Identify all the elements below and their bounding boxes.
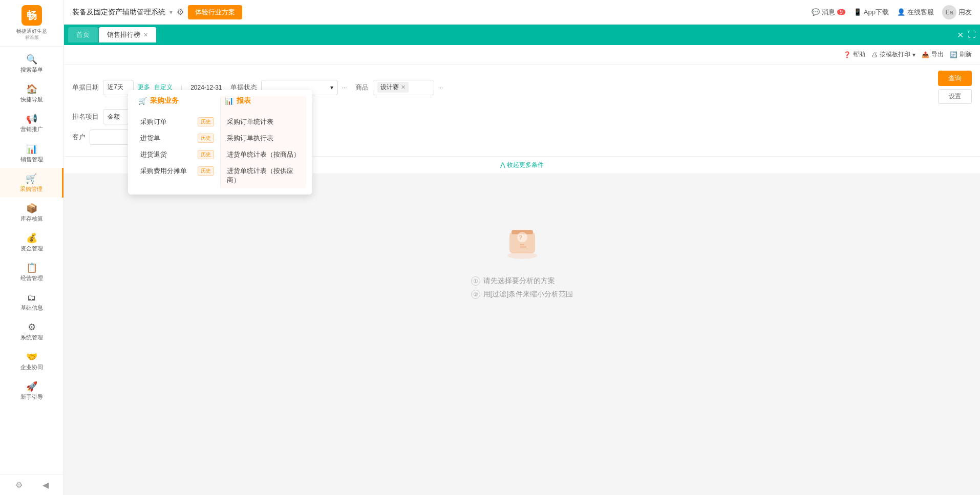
industry-btn[interactable]: 体验行业方案 bbox=[188, 5, 242, 19]
goods-tag-close[interactable]: ✕ bbox=[401, 84, 406, 91]
top-header: 装备及固定资产辅助管理系统 ▾ ⚙ 体验行业方案 💬 消息 9 📱 App下载 … bbox=[64, 0, 980, 25]
export-label: 导出 bbox=[931, 50, 944, 59]
sidebar-item-marketing[interactable]: 📢 营销推广 bbox=[0, 108, 63, 138]
system-name: 装备及固定资产辅助管理系统 bbox=[72, 8, 165, 17]
sidebar-item-system[interactable]: ⚙ 系统管理 bbox=[0, 316, 63, 346]
toolbar: ❓ 帮助 🖨 按模板打印 ▾ 📤 导出 🔄 刷新 bbox=[64, 45, 980, 64]
sidebar-item-sales[interactable]: 📊 销售管理 bbox=[0, 138, 63, 168]
home-icon: 🏠 bbox=[26, 83, 37, 95]
header-settings-btn[interactable]: ⚙ bbox=[177, 7, 184, 17]
basic-info-icon: 🗂 bbox=[27, 292, 36, 303]
sidebar-label-sales: 销售管理 bbox=[20, 156, 43, 163]
message-icon: 💬 bbox=[812, 8, 820, 16]
menu-item-returns[interactable]: 进货退货 历史 bbox=[138, 146, 216, 163]
message-badge: 9 bbox=[837, 9, 845, 15]
sidebar: 畅 畅捷通好生意 标准版 🔍 搜索菜单 🏠 快捷导航 📢 营销推广 📊 销售管理… bbox=[0, 0, 64, 495]
sidebar-nav: 🔍 搜索菜单 🏠 快捷导航 📢 营销推广 📊 销售管理 🛒 采购管理 📦 库存核… bbox=[0, 47, 63, 475]
logo-icon: 畅 bbox=[22, 5, 42, 26]
search-icon: 🔍 bbox=[26, 54, 37, 65]
user-btn[interactable]: Ea 用友 bbox=[942, 5, 972, 19]
collapse-label: 收起更多条件 bbox=[507, 161, 544, 168]
settings-bottom-btn[interactable]: ⚙ bbox=[15, 480, 23, 490]
refresh-icon: 🔄 bbox=[950, 51, 957, 58]
collapse-icon: ⋀ bbox=[500, 161, 505, 168]
sidebar-item-inventory[interactable]: 📦 库存核算 bbox=[0, 198, 63, 227]
tip-num-2: ② bbox=[471, 290, 480, 299]
refresh-label: 刷新 bbox=[960, 50, 972, 59]
report-menu-section: 📊 报表 采购订单统计表 采购订单执行表 进货单统计表（按商品） 进货单统计表（… bbox=[220, 96, 307, 188]
refresh-btn[interactable]: 🔄 刷新 bbox=[950, 50, 972, 59]
incoming-goods-label: 进货单统计表（按商品） bbox=[227, 150, 301, 159]
print-dropdown-icon[interactable]: ▾ bbox=[912, 51, 915, 58]
sidebar-item-finance[interactable]: 💰 资金管理 bbox=[0, 227, 63, 257]
message-btn[interactable]: 💬 消息 9 bbox=[812, 8, 845, 17]
sidebar-item-guide[interactable]: 🚀 新手引导 bbox=[0, 376, 63, 405]
sidebar-item-home[interactable]: 🏠 快捷导航 bbox=[0, 78, 63, 108]
sidebar-label-finance: 资金管理 bbox=[20, 245, 43, 252]
customer-label: 客户 bbox=[72, 133, 86, 142]
incoming-history[interactable]: 历史 bbox=[198, 134, 214, 143]
sidebar-label-inventory: 库存核算 bbox=[20, 216, 43, 222]
online-service-btn[interactable]: 👤 在线客服 bbox=[897, 8, 934, 17]
tab-bar-controls: ✕ ⛶ bbox=[957, 30, 976, 40]
sidebar-item-search[interactable]: 🔍 搜索菜单 bbox=[0, 49, 63, 78]
expense-history[interactable]: 历史 bbox=[198, 166, 214, 176]
incoming-label: 进货单 bbox=[140, 134, 198, 143]
print-label: 按模板打印 bbox=[880, 50, 910, 59]
purchase-menu-section: 🛒 采购业务 采购订单 历史 进货单 历史 进货退货 历史 bbox=[134, 96, 220, 188]
filter-goods: 商品 设计赛 ✕ ··· bbox=[355, 80, 443, 95]
report-section-label: 报表 bbox=[237, 96, 251, 105]
sidebar-item-collab[interactable]: 🤝 企业协同 bbox=[0, 346, 63, 376]
expense-label: 采购费用分摊单 bbox=[140, 166, 198, 176]
menu-item-incoming-by-supplier[interactable]: 进货单统计表（按供应商） bbox=[225, 163, 303, 188]
order-exec-label: 采购订单执行表 bbox=[227, 134, 301, 143]
tab-home[interactable]: 首页 bbox=[68, 27, 98, 42]
header-right: 💬 消息 9 📱 App下载 👤 在线客服 Ea 用友 bbox=[812, 5, 972, 19]
tab-close-btn[interactable]: ✕ bbox=[143, 32, 148, 38]
menu-item-incoming-by-goods[interactable]: 进货单统计表（按商品） bbox=[225, 146, 303, 163]
help-btn[interactable]: ❓ 帮助 bbox=[843, 50, 865, 59]
sales-icon: 📊 bbox=[26, 143, 37, 155]
help-icon: ❓ bbox=[843, 51, 851, 58]
goods-tag: 设计赛 ✕ bbox=[377, 82, 409, 93]
tab-close-window-btn[interactable]: ✕ bbox=[957, 30, 964, 40]
menu-item-expense[interactable]: 采购费用分摊单 历史 bbox=[138, 163, 216, 179]
status-more-btn[interactable]: ··· bbox=[342, 84, 347, 91]
sidebar-item-basic-info[interactable]: 🗂 基础信息 bbox=[0, 287, 63, 316]
logo-text: 畅捷通好生意 bbox=[16, 28, 47, 34]
tab-sales-ranking[interactable]: 销售排行榜 ✕ bbox=[99, 27, 156, 42]
print-btn[interactable]: 🖨 按模板打印 ▾ bbox=[871, 50, 915, 59]
menu-item-purchase-order[interactable]: 采购订单 历史 bbox=[138, 114, 216, 130]
tab-bar: 首页 销售排行榜 ✕ ✕ ⛶ bbox=[64, 25, 980, 45]
sidebar-item-purchase[interactable]: 🛒 采购管理 bbox=[0, 168, 63, 198]
menu-item-order-stats[interactable]: 采购订单统计表 bbox=[225, 114, 303, 130]
header-dropdown-btn[interactable]: ▾ bbox=[169, 9, 173, 16]
rank-label: 排名项目 bbox=[72, 112, 99, 121]
empty-tip-2: ② 用[过滤]条件来缩小分析范围 bbox=[471, 290, 573, 299]
menu-item-order-exec[interactable]: 采购订单执行表 bbox=[225, 130, 303, 146]
export-btn[interactable]: 📤 导出 bbox=[922, 50, 944, 59]
export-icon: 📤 bbox=[922, 51, 929, 58]
returns-history[interactable]: 历史 bbox=[198, 150, 214, 159]
online-service-label: 在线客服 bbox=[907, 8, 934, 17]
query-btn[interactable]: 查询 bbox=[938, 71, 972, 86]
returns-label: 进货退货 bbox=[140, 150, 198, 159]
app-download-btn[interactable]: 📱 App下载 bbox=[854, 8, 889, 17]
sidebar-label-management: 经营管理 bbox=[20, 275, 43, 282]
tip-num-1: ① bbox=[471, 276, 480, 286]
purchase-icon: 🛒 bbox=[26, 173, 37, 184]
incoming-supplier-label: 进货单统计表（按供应商） bbox=[227, 166, 301, 185]
collapse-sidebar-btn[interactable]: ◀ bbox=[42, 480, 49, 490]
tab-expand-btn[interactable]: ⛶ bbox=[968, 30, 976, 40]
menu-item-incoming[interactable]: 进货单 历史 bbox=[138, 130, 216, 146]
finance-icon: 💰 bbox=[26, 232, 37, 244]
svg-text:?: ? bbox=[519, 234, 522, 241]
sidebar-label-home: 快捷导航 bbox=[20, 96, 43, 103]
goods-more-btn[interactable]: ··· bbox=[438, 84, 443, 91]
sidebar-item-management[interactable]: 📋 经营管理 bbox=[0, 257, 63, 287]
settings-btn[interactable]: 设置 bbox=[938, 89, 972, 104]
message-label: 消息 bbox=[822, 8, 835, 17]
goods-select[interactable]: 设计赛 ✕ bbox=[373, 80, 434, 95]
sidebar-label-collab: 企业协同 bbox=[20, 364, 43, 371]
purchase-order-history[interactable]: 历史 bbox=[198, 117, 214, 126]
